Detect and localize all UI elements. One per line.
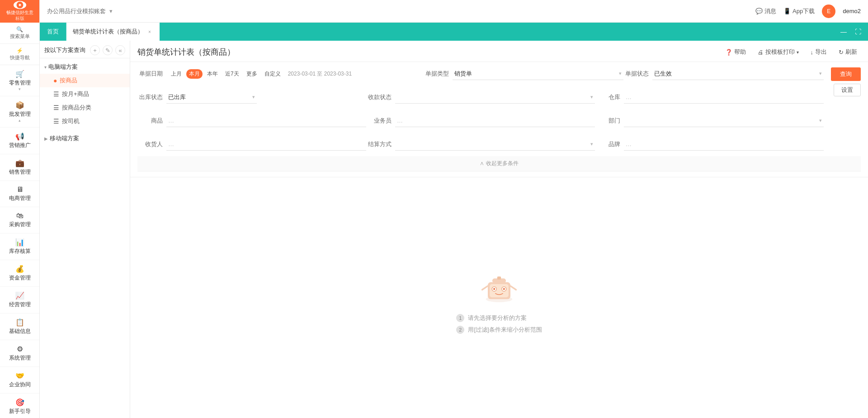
desktop-group-title[interactable]: ▾ 电脑端方案 — [40, 60, 130, 74]
export-button[interactable]: ↓ 导出 — [807, 46, 831, 58]
window-minimize-button[interactable]: — — [837, 25, 850, 38]
help-button[interactable]: ❓ 帮助 — [722, 46, 750, 58]
data-area: 1 请先选择要分析的方案 2 用[过滤]条件来缩小分析范围 — [130, 177, 868, 418]
dept-label: 部门 — [595, 117, 620, 125]
settings-button[interactable]: 设置 — [834, 84, 861, 96]
user-avatar[interactable]: E — [822, 5, 835, 18]
product-control[interactable]: … — [166, 114, 366, 127]
tab-active[interactable]: 销货单统计计表（按商品） × — [66, 23, 160, 41]
system-icon: ⚙ — [17, 345, 23, 353]
date-this-month[interactable]: 本月 — [186, 69, 203, 79]
docstatus-control[interactable]: 已生效 ▾ — [652, 67, 824, 80]
maximize-icon: ⛶ — [855, 28, 861, 35]
sidebar-item-marketing[interactable]: 📢 营销推广 — [0, 128, 39, 154]
warehouse-dots: … — [626, 94, 822, 100]
filter-outstatus-row: 出库状态 已出库 ▾ 收款状态 ▾ — [137, 91, 824, 104]
app-name: 畅捷信好生意 — [6, 10, 33, 15]
sidebar-item-basic[interactable]: 📋 基础信息 — [0, 314, 39, 340]
dept-control[interactable]: ▾ — [624, 114, 824, 127]
refresh-button[interactable]: ↻ 刷新 — [835, 46, 861, 58]
collapse-panel-button[interactable]: « — [115, 45, 125, 55]
sidebar-item-operations[interactable]: 📈 经营管理 — [0, 287, 39, 314]
filter-payment-field: 结算方式 ▾ — [366, 138, 595, 151]
basic-icon: 📋 — [15, 318, 24, 327]
mobile-arrow-icon: ▶ — [44, 136, 48, 141]
mobile-group: ▶ 移动端方案 — [40, 130, 130, 147]
consignee-control[interactable]: … — [166, 138, 366, 151]
quick-nav[interactable]: ⚡ 快捷导航 — [0, 44, 39, 65]
dept-dropdown-icon[interactable]: ▾ — [819, 118, 822, 124]
date-last-month[interactable]: 上月 — [168, 69, 184, 79]
mobile-group-title[interactable]: ▶ 移动端方案 — [40, 132, 130, 145]
query-button[interactable]: 查询 — [831, 67, 861, 81]
topbar-left: 办公用品行业模拟账套 ▾ — [47, 7, 113, 15]
tree-item-by-cashier[interactable]: ☰ 按司机 — [40, 114, 130, 128]
sidebar-item-retail[interactable]: 🛒 零售管理 ▾ — [0, 65, 39, 96]
left-panel: 按以下方案查询 + ✎ « ▾ 电脑端方案 — [40, 41, 130, 418]
doctype-dropdown-icon[interactable]: ▾ — [619, 71, 622, 76]
topbar-right: 💬 消息 📱 App下载 E demo2 — [755, 5, 861, 18]
sidebar-item-system[interactable]: ⚙ 系统管理 — [0, 340, 39, 367]
industry-dropdown-icon[interactable]: ▾ — [109, 8, 113, 14]
filter-receiptstatus-field: 收款状态 ▾ — [366, 91, 595, 104]
outstatus-control[interactable]: 已出库 ▾ — [166, 91, 257, 104]
filter-product-field: 商品 … — [137, 114, 366, 127]
add-scheme-button[interactable]: + — [90, 45, 100, 55]
tip-text-2: 用[过滤]条件来缩小分析范围 — [468, 326, 542, 334]
by-category-label: 按商品分类 — [62, 104, 91, 112]
docstatus-dropdown-icon[interactable]: ▾ — [819, 71, 822, 76]
sidebar-item-finance[interactable]: 💰 资金管理 — [0, 260, 39, 287]
sidebar-item-guide[interactable]: 🎯 新手引导 — [0, 394, 39, 418]
product-dots: … — [168, 117, 364, 124]
page-actions: ❓ 帮助 🖨 按模板打印 ▾ ↓ 导出 ↻ 刷新 — [722, 46, 861, 58]
quick-nav-icon: ⚡ — [16, 48, 23, 54]
sidebar-item-sales[interactable]: 💼 销售管理 — [0, 154, 39, 181]
app-download-button[interactable]: 📱 App下载 — [783, 7, 815, 15]
date-7days[interactable]: 近7天 — [222, 69, 242, 79]
receiptstatus-control[interactable]: ▾ — [395, 91, 595, 104]
date-custom[interactable]: 自定义 — [262, 69, 283, 79]
sidebar-item-enterprise[interactable]: 🤝 企业协同 — [0, 367, 39, 394]
warehouse-control[interactable]: … — [624, 91, 824, 104]
sidebar-item-inventory[interactable]: 📊 库存核算 — [0, 233, 39, 260]
doctype-control[interactable]: 销货单 ▾ — [453, 67, 624, 80]
outstatus-dropdown-icon[interactable]: ▾ — [252, 94, 255, 100]
brand-control[interactable]: … — [624, 138, 824, 151]
date-more[interactable]: 更多 — [244, 69, 260, 79]
tab-home[interactable]: 首页 — [40, 23, 66, 41]
minimize-icon: — — [840, 28, 847, 35]
edit-scheme-button[interactable]: ✎ — [103, 45, 113, 55]
print-button[interactable]: 🖨 按模板打印 ▾ — [754, 46, 802, 58]
filter-consignee-row: 收货人 … 结算方式 ▾ — [137, 138, 824, 151]
salesperson-control[interactable]: … — [395, 114, 595, 127]
export-icon: ↓ — [811, 49, 814, 56]
tabbar: 首页 销货单统计计表（按商品） × — ⛶ — [40, 23, 868, 41]
receiptstatus-dropdown-icon[interactable]: ▾ — [590, 94, 593, 100]
tab-close-icon: × — [148, 29, 151, 34]
search-menu[interactable]: 🔍 搜索菜单 — [0, 23, 39, 44]
tree-item-by-month-product[interactable]: ☰ 按月+商品 — [40, 87, 130, 101]
sidebar-item-purchase[interactable]: 🛍 采购管理 — [0, 207, 39, 233]
salesperson-dots: … — [397, 117, 593, 124]
collapse-bar[interactable]: ∧ 收起更多条件 — [137, 156, 861, 171]
sidebar-item-wholesale[interactable]: 📦 批发管理 ▴ — [0, 96, 39, 128]
sidebar-item-ecommerce[interactable]: 🖥 电商管理 — [0, 181, 39, 207]
app-label: App下载 — [793, 7, 815, 15]
message-button[interactable]: 💬 消息 — [755, 7, 776, 15]
tab-close-button[interactable]: × — [146, 28, 153, 35]
docstatus-label: 单据状态 — [623, 70, 649, 78]
svg-point-6 — [493, 288, 495, 290]
operations-icon: 📈 — [15, 291, 24, 300]
date-this-year[interactable]: 本年 — [204, 69, 221, 79]
empty-tip-1: 1 请先选择要分析的方案 — [456, 314, 542, 322]
by-month-product-label: 按月+商品 — [62, 90, 89, 98]
payment-dropdown-icon[interactable]: ▾ — [590, 141, 593, 147]
window-maximize-button[interactable]: ⛶ — [852, 25, 864, 38]
app-logo: 畅捷信好生意 标版 — [0, 0, 39, 23]
tree-item-by-category[interactable]: ☰ 按商品分类 — [40, 101, 130, 114]
add-icon: + — [93, 47, 97, 54]
tabbar-actions: — ⛶ — [837, 25, 868, 38]
tree-item-by-product[interactable]: ● 按商品 — [40, 74, 130, 87]
finance-icon: 💰 — [15, 265, 24, 273]
payment-control[interactable]: ▾ — [395, 138, 595, 151]
